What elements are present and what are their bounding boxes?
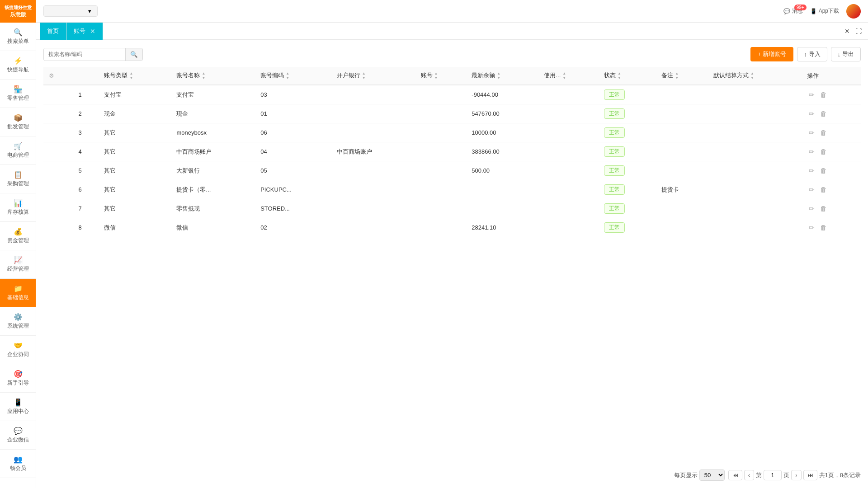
col-settings: ⚙ [43,67,73,85]
sort-icon-account[interactable]: ▲▼ [434,71,438,80]
cell-index-0: 1 [73,85,99,104]
close-panel-button[interactable]: ✕ [842,26,853,37]
delete-button-5[interactable]: 🗑 [818,185,829,194]
message-button[interactable]: 💬 消息 99+ [783,7,803,15]
sidebar-item-search-menu[interactable]: 🔍搜索菜单 [0,23,36,51]
sidebar-item-inventory[interactable]: 📊库存核算 [0,193,36,222]
sidebar-item-wholesale-mgmt[interactable]: 📦批发管理 [0,108,36,136]
page-size-select[interactable]: 102050100 [699,469,725,481]
sidebar-item-new-guide[interactable]: 🎯新手引导 [0,364,36,393]
edit-button-3[interactable]: ✏ [807,147,816,157]
cell-status-0: 正常 [599,85,656,104]
edit-button-6[interactable]: ✏ [807,204,816,214]
ecommerce-mgmt-icon: 🛒 [14,142,23,150]
sidebar-item-enterprise-agreement[interactable]: 🤝企业协同 [0,336,36,364]
col-label-type: 账号类型 [104,72,127,79]
col-balance[interactable]: 最新余额▲▼ [466,67,538,85]
delete-button-0[interactable]: 🗑 [818,90,829,99]
sidebar-item-quick-nav[interactable]: ⚡快捷导航 [0,51,36,80]
cell-settings-1 [43,104,73,123]
main-area: ▾ 💬 消息 99+ 📱 App下载 首页账号✕ ✕ ⛶ [36,0,868,488]
sidebar-item-member[interactable]: 👥畅会员 [0,450,36,478]
delete-button-7[interactable]: 🗑 [818,223,829,232]
search-button[interactable]: 🔍 [125,48,142,61]
sort-icon-type[interactable]: ▲▼ [129,71,133,80]
edit-button-4[interactable]: ✏ [807,166,816,176]
cell-bank-3: 中百商场账户 [331,142,415,161]
sort-icon-usage[interactable]: ▲▼ [562,71,566,80]
tab-home[interactable]: 首页 [40,23,66,40]
sort-icon-remark[interactable]: ▲▼ [675,71,679,80]
delete-button-3[interactable]: 🗑 [818,147,829,156]
search-box[interactable]: 🔍 [43,48,143,61]
cell-type-1: 现金 [99,104,171,123]
delete-button-6[interactable]: 🗑 [818,204,829,213]
edit-button-2[interactable]: ✏ [807,128,816,138]
topbar-search-box[interactable]: ▾ [43,5,98,17]
edit-button-7[interactable]: ✏ [807,223,816,233]
col-status[interactable]: 状态▲▼ [599,67,656,85]
cell-bank-6 [331,199,415,218]
col-name[interactable]: 账号名称▲▼ [171,67,255,85]
add-account-button[interactable]: + 新增账号 [750,47,793,61]
first-page-button[interactable]: ⏮ [728,470,742,480]
export-label: 导出 [842,50,854,58]
col-label-usage: 使用... [544,72,561,79]
sidebar-item-enterprise-wechat[interactable]: 💬企业微信 [0,421,36,450]
col-account[interactable]: 账号▲▼ [415,67,467,85]
sidebar-item-app-center[interactable]: 📱应用中心 [0,393,36,421]
sort-icon-balance[interactable]: ▲▼ [497,71,500,80]
search-input[interactable] [44,48,125,60]
tab-account[interactable]: 账号✕ [66,23,103,40]
delete-button-2[interactable]: 🗑 [818,128,829,137]
maximize-panel-button[interactable]: ⛶ [853,26,864,37]
avatar[interactable] [846,4,861,19]
sidebar-item-system-mgmt[interactable]: ⚙️系统管理 [0,307,36,336]
tab-close-account[interactable]: ✕ [90,28,95,35]
cell-index-7: 8 [73,218,99,237]
col-bank[interactable]: 开户银行▲▼ [331,67,415,85]
cell-action-3: ✏ 🗑 [802,142,861,161]
sidebar-item-purchase-mgmt[interactable]: 📋采购管理 [0,165,36,193]
col-usage[interactable]: 使用...▲▼ [538,67,598,85]
cell-settings-2 [43,123,73,142]
edit-button-5[interactable]: ✏ [807,185,816,195]
next-page-button[interactable]: › [791,470,801,480]
page-number-input[interactable] [764,470,782,480]
status-badge: 正常 [604,108,625,119]
cell-index-5: 6 [73,180,99,199]
col-code[interactable]: 账号编码▲▼ [255,67,331,85]
delete-button-1[interactable]: 🗑 [818,109,829,118]
export-button[interactable]: ↓ 导出 [831,47,861,61]
sort-icon-bank[interactable]: ▲▼ [362,71,366,80]
cell-type-4: 其它 [99,161,171,180]
app-download-button[interactable]: 📱 App下载 [810,7,839,15]
cell-default_settle-3 [708,142,802,161]
settings-icon[interactable]: ⚙ [49,72,54,79]
purchase-mgmt-icon: 📋 [14,170,23,179]
sidebar-item-finance-mgmt[interactable]: 💰资金管理 [0,222,36,250]
cell-type-6: 其它 [99,199,171,218]
cell-index-2: 3 [73,123,99,142]
topbar-search-input[interactable] [47,8,88,14]
sort-icon-name[interactable]: ▲▼ [202,71,205,80]
prev-page-button[interactable]: ‹ [744,470,754,480]
sort-icon-status[interactable]: ▲▼ [618,71,621,80]
last-page-button[interactable]: ⏭ [803,470,817,480]
col-type[interactable]: 账号类型▲▼ [99,67,171,85]
delete-button-4[interactable]: 🗑 [818,166,829,175]
cell-usage-1 [538,104,598,123]
sidebar-item-basic-info[interactable]: 📁基础信息 [0,279,36,307]
col-default_settle[interactable]: 默认结算方式▲▼ [708,67,802,85]
edit-button-0[interactable]: ✏ [807,90,816,100]
col-label-balance: 最新余额 [472,72,495,79]
edit-button-1[interactable]: ✏ [807,109,816,119]
sidebar-item-operations-mgmt[interactable]: 📈经营管理 [0,250,36,279]
sidebar-item-retail-mgmt[interactable]: 🏪零售管理 [0,80,36,108]
col-remark[interactable]: 备注▲▼ [656,67,708,85]
sort-icon-default_settle[interactable]: ▲▼ [750,71,754,80]
sidebar-item-ecommerce-mgmt[interactable]: 🛒电商管理 [0,136,36,165]
cell-status-1: 正常 [599,104,656,123]
import-button[interactable]: ↑ 导入 [797,47,827,61]
sort-icon-code[interactable]: ▲▼ [286,71,289,80]
